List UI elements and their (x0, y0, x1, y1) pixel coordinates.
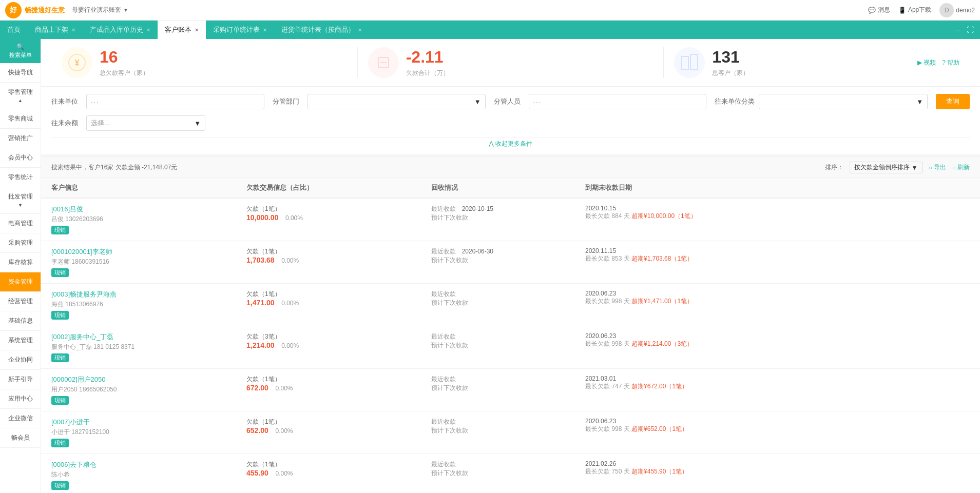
overdue-amount[interactable]: 超期¥455.90（1笔） (631, 468, 688, 475)
debt-amount[interactable]: 1,471.00 (246, 299, 275, 307)
overdue-amount[interactable]: 超期¥652.00（1笔） (631, 425, 688, 432)
customer-name[interactable]: [0007]小进干 (51, 418, 90, 426)
nav-tabs: 首页 商品上下架 ✕ 产成品入库单历史 ✕ 客户账本 ✕ 采购订单统计表 ✕ 进… (0, 21, 980, 39)
sidebar-item-marketing[interactable]: 营销推广 (0, 129, 41, 148)
sidebar-item-quick-nav[interactable]: 快捷导航 (0, 63, 41, 83)
debt-info-cell: 欠款（1笔） 1,703.68 0.00% (246, 247, 431, 264)
sidebar-item-inventory[interactable]: 库存核算 (0, 253, 41, 272)
sidebar-search[interactable]: 🔍 搜索菜单 (0, 39, 41, 63)
due-date: 2020.06.23 (585, 290, 970, 297)
sidebar-item-batch-mgmt[interactable]: 批发管理 ▼ (0, 187, 41, 214)
sidebar-item-newbie[interactable]: 新手引导 (0, 370, 41, 389)
video-btn[interactable]: ▶ 视频 (917, 58, 936, 67)
overdue-amount[interactable]: 超期¥1,214.00（3笔） (631, 340, 693, 347)
sidebar-item-member-vip[interactable]: 畅会员 (0, 428, 41, 448)
balance-select[interactable]: 选择... ▼ (86, 115, 205, 131)
sidebar-item-app-center[interactable]: 应用中心 (0, 389, 41, 409)
stat-value-total: 131 总客户（家） (712, 48, 749, 77)
help-btn[interactable]: ? 帮助 (942, 58, 959, 67)
customer-name[interactable]: [0006]去下粮仓 (51, 461, 97, 468)
customer-contact: 海燕 18513066976 (51, 300, 246, 309)
debt-count: 欠款（3笔） (246, 332, 431, 341)
tab-product-history[interactable]: 产成品入库单历史 ✕ (83, 21, 158, 39)
debt-amount[interactable]: 1,214.00 (246, 341, 275, 349)
next-label: 预计下次收款 (431, 214, 468, 221)
tab-import-stats[interactable]: 进货单统计表（按商品） ✕ (274, 21, 369, 39)
recent-date: 2020-10-15 (462, 205, 493, 212)
sort-select[interactable]: 按欠款金额倒序排序 ▼ (850, 162, 923, 173)
return-status-cell: 最近收款 2020-06-30 预计下次收款 (431, 247, 585, 265)
stat-icon-total (674, 47, 705, 78)
recent-label: 最近收款 (431, 418, 456, 425)
collapse-more-btn[interactable]: ⋀ 收起更多条件 (51, 137, 970, 150)
debt-info-cell: 欠款（1笔） 455.90 0.00% (246, 460, 431, 477)
close-icon[interactable]: ✕ (146, 27, 150, 33)
user-menu[interactable]: D demo2 (939, 3, 975, 17)
export-btn[interactable]: ○ 导出 (929, 163, 946, 172)
debt-amount[interactable]: 1,703.68 (246, 256, 275, 264)
minimize-btn[interactable]: ─ (953, 25, 963, 35)
customer-name[interactable]: [0001020001]李老师 (51, 248, 112, 255)
overdue-amount[interactable]: 超期¥10,000.00（1笔） (631, 212, 697, 220)
sidebar-item-retail-mgmt[interactable]: 零售管理 ▲ (0, 83, 41, 109)
refresh-icon: ○ (952, 164, 956, 171)
company-selector[interactable]: 母婴行业演示账套 ▼ (72, 6, 128, 14)
overdue-amount[interactable]: 超期¥1,471.00（1笔） (631, 298, 693, 305)
manager-input[interactable]: ··· (529, 94, 707, 109)
debt-info-cell: 欠款（1笔） 652.00 0.00% (246, 418, 431, 435)
recent-label: 最近收款 (431, 290, 456, 298)
customer-info-cell: [000002]用户2050 用户2050 18665062050 现销 (51, 375, 246, 405)
dept-select[interactable]: ▼ (308, 94, 486, 109)
maximize-btn[interactable]: ⛶ (965, 25, 976, 35)
avatar: D (939, 3, 954, 17)
sidebar-item-basic-info[interactable]: 基础信息 (0, 311, 41, 331)
customer-name[interactable]: [0002]服务中心_丁磊 (51, 333, 113, 341)
debt-amount[interactable]: 455.90 (246, 469, 268, 477)
sidebar-item-purchase-mgmt[interactable]: 采购管理 (0, 233, 41, 253)
sidebar-item-ecommerce[interactable]: 电商管理 (0, 214, 41, 233)
close-icon[interactable]: ✕ (195, 27, 199, 33)
stat-card-debt: -2.11 欠款合计（万） (358, 47, 664, 78)
customer-info-cell: [0016]吕俊 吕俊 13026203696 现销 (51, 205, 246, 234)
stats-row: ¥ 16 总欠款客户（家） -2.11 欠款合计（万） (41, 39, 980, 87)
close-icon[interactable]: ✕ (358, 27, 362, 33)
refresh-btn[interactable]: ○ 刷新 (952, 163, 970, 172)
search-button[interactable]: 查询 (936, 94, 970, 109)
table-body: [0016]吕俊 吕俊 13026203696 现销 欠款（1笔） 10,000… (41, 199, 980, 493)
customer-name[interactable]: [000002]用户2050 (51, 376, 106, 383)
debt-amount[interactable]: 10,000.00 (246, 213, 278, 222)
customer-info-cell: [0002]服务中心_丁磊 服务中心_丁磊 181 0125 8371 现销 (51, 332, 246, 362)
return-status-cell: 最近收款 预计下次收款 (431, 460, 585, 478)
customer-name[interactable]: [0016]吕俊 (51, 205, 83, 213)
overdue-amount[interactable]: 超期¥672.00（1笔） (631, 383, 688, 390)
debt-amount[interactable]: 672.00 (246, 384, 268, 392)
tab-purchase-stats[interactable]: 采购订单统计表 ✕ (206, 21, 274, 39)
svg-text:¥: ¥ (75, 58, 80, 67)
sidebar-item-retail-mall[interactable]: 零售商城 (0, 109, 41, 129)
app-download-btn[interactable]: 📱 App下载 (898, 6, 931, 14)
tab-customer-account[interactable]: 客户账本 ✕ (158, 21, 206, 39)
sidebar-item-enterprise[interactable]: 企业协同 (0, 350, 41, 370)
tab-home[interactable]: 首页 (0, 21, 28, 39)
close-icon[interactable]: ✕ (263, 27, 267, 33)
customer-name[interactable]: [0003]畅捷服务尹海燕 (51, 290, 117, 298)
close-icon[interactable]: ✕ (71, 27, 75, 33)
sidebar-item-finance[interactable]: 资金管理 (0, 272, 41, 292)
filter-row-1: 往来单位 ··· 分管部门 ▼ 分管人员 ··· (51, 94, 970, 109)
overdue-amount[interactable]: 超期¥1,703.68（1笔） (631, 255, 693, 262)
message-btn[interactable]: 💬 消息 (868, 6, 890, 14)
recent-label: 最近收款 (431, 333, 456, 340)
debt-ratio: 0.00% (281, 300, 299, 307)
export-icon: ○ (929, 164, 932, 171)
sidebar-item-system[interactable]: 系统管理 (0, 331, 41, 350)
result-bar: 搜索结果中，客户16家 欠款金额 -21,148.07元 排序： 按欠款金额倒序… (41, 157, 980, 178)
sidebar-item-member-center[interactable]: 会员中心 (0, 148, 41, 168)
sidebar-item-retail-stats[interactable]: 零售统计 (0, 168, 41, 187)
sidebar-item-ops[interactable]: 经营管理 (0, 292, 41, 311)
sidebar-item-corp-wechat[interactable]: 企业微信 (0, 409, 41, 428)
debt-amount[interactable]: 652.00 (246, 426, 268, 435)
chevron-down-icon: ▼ (916, 98, 923, 106)
tab-product-shelf[interactable]: 商品上下架 ✕ (28, 21, 83, 39)
source-unit-input[interactable]: ··· (86, 94, 264, 109)
unit-class-select[interactable]: ▼ (759, 94, 928, 109)
